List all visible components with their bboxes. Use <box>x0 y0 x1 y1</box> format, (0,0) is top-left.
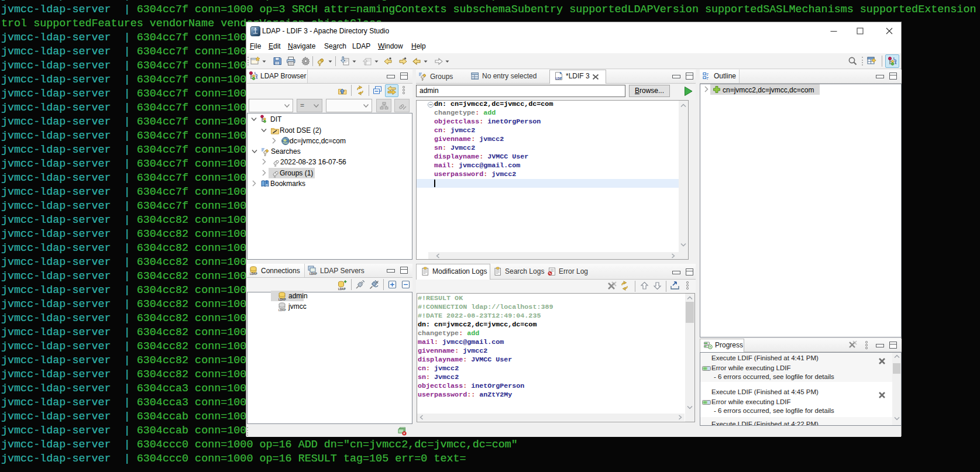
svg-text:LDIF: LDIF <box>556 77 562 80</box>
svg-text:LDAP: LDAP <box>250 273 257 275</box>
svg-text:A: A <box>256 77 258 80</box>
svg-text:LDAP: LDAP <box>278 298 286 301</box>
svg-text:A: A <box>895 62 897 65</box>
svg-text:LDAP: LDAP <box>310 273 317 275</box>
svg-text:LDAP: LDAP <box>278 309 286 312</box>
svg-text:LDAP: LDAP <box>338 288 346 291</box>
